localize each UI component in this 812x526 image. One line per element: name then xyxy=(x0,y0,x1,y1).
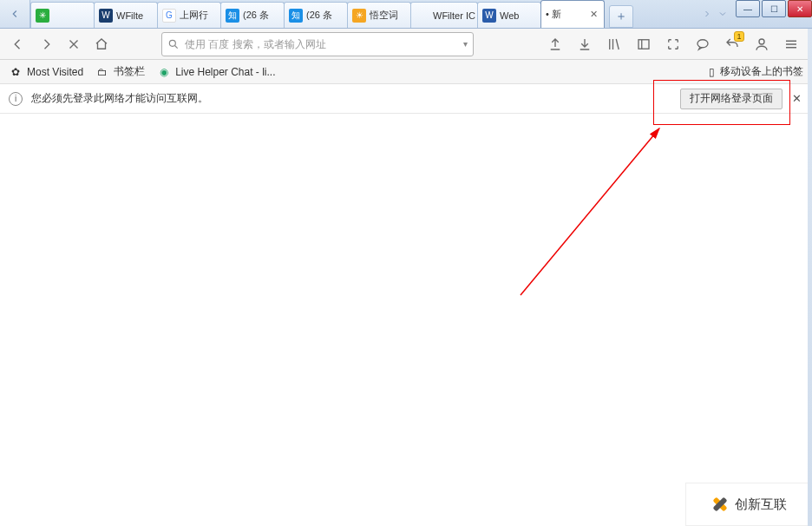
forward-button[interactable] xyxy=(35,33,57,56)
undo-icon[interactable]: 1 xyxy=(722,33,743,56)
maximize-button[interactable]: ☐ xyxy=(762,0,786,17)
watermark-text: 创新互联 xyxy=(735,496,787,513)
tab-strip: ✳ WWFilte G上网行 知(26 条 知(26 条 ☀悟空词 WFilte… xyxy=(30,0,699,28)
login-notification-bar: i 您必须先登录此网络才能访问互联网。 打开网络登录页面 ✕ xyxy=(0,84,812,114)
new-tab-button[interactable]: ＋ xyxy=(609,5,633,28)
info-icon: i xyxy=(9,92,23,106)
tab-scroll-left[interactable] xyxy=(0,0,30,28)
tab-web[interactable]: WWeb xyxy=(477,2,541,28)
close-window-button[interactable]: ✕ xyxy=(788,0,812,17)
window-border xyxy=(808,29,812,526)
search-icon xyxy=(167,38,180,50)
notification-message: 您必须先登录此网络才能访问互联网。 xyxy=(31,91,208,106)
minimize-button[interactable]: ― xyxy=(736,0,760,17)
svg-rect-1 xyxy=(638,39,649,49)
tab-newtab-active[interactable]: • 新✕ xyxy=(540,0,605,28)
menu-icon[interactable] xyxy=(781,33,802,56)
back-button[interactable] xyxy=(7,33,29,56)
close-tab-icon[interactable]: ✕ xyxy=(587,9,599,21)
tab-wechat[interactable]: ✳ xyxy=(30,2,95,28)
bookmark-most-visited[interactable]: ✿Most Visited xyxy=(9,65,83,79)
open-login-page-button[interactable]: 打开网络登录页面 xyxy=(680,89,783,109)
home-button[interactable] xyxy=(90,33,113,56)
svg-point-2 xyxy=(697,39,708,47)
tab-zhihu2[interactable]: 知(26 条 xyxy=(284,2,348,28)
bookmark-mobile[interactable]: ▯移动设备上的书签 xyxy=(709,64,803,79)
livehelper-icon: ◉ xyxy=(157,65,171,79)
url-input[interactable] xyxy=(185,38,460,50)
bookmark-folder[interactable]: 🗀书签栏 xyxy=(95,64,145,79)
page-content xyxy=(0,114,812,526)
account-icon[interactable] xyxy=(751,33,772,56)
dismiss-notification-button[interactable]: ✕ xyxy=(789,92,803,106)
gear-icon: ✿ xyxy=(9,65,23,79)
mobile-icon: ▯ xyxy=(709,66,715,78)
bookmarks-bar: ✿Most Visited 🗀书签栏 ◉Live Helper Chat - l… xyxy=(0,60,812,84)
tab-overflow xyxy=(699,0,734,28)
tab-shangwang[interactable]: G上网行 xyxy=(157,2,221,28)
watermark-logo-icon xyxy=(710,495,730,514)
notification-badge: 1 xyxy=(734,31,744,42)
tab-wfilter1[interactable]: WWFilte xyxy=(94,2,158,28)
nav-toolbar: ▾ 1 xyxy=(0,29,812,60)
tab-list-dropdown[interactable] xyxy=(715,1,730,27)
tab-wfilter2[interactable]: WFilter IC xyxy=(410,2,478,28)
stop-button[interactable] xyxy=(62,33,85,56)
svg-point-3 xyxy=(759,39,764,44)
library-icon[interactable] xyxy=(604,33,625,56)
bookmark-livehelper[interactable]: ◉Live Helper Chat - li... xyxy=(157,65,275,79)
window-titlebar: ✳ WWFilte G上网行 知(26 条 知(26 条 ☀悟空词 WFilte… xyxy=(0,0,812,29)
url-dropdown-icon[interactable]: ▾ xyxy=(463,39,468,49)
folder-icon: 🗀 xyxy=(95,65,109,79)
sidebar-icon[interactable] xyxy=(633,33,654,56)
chat-icon[interactable] xyxy=(692,33,713,56)
address-bar[interactable]: ▾ xyxy=(161,32,474,56)
tab-scroll-right[interactable] xyxy=(699,1,715,27)
watermark: 创新互联 xyxy=(685,483,812,526)
screenshot-icon[interactable] xyxy=(663,33,684,56)
window-controls: ― ☐ ✕ xyxy=(734,0,812,28)
tab-wukong[interactable]: ☀悟空词 xyxy=(347,2,411,28)
upload-icon[interactable] xyxy=(545,33,566,56)
svg-point-0 xyxy=(169,40,175,46)
download-icon[interactable] xyxy=(574,33,595,56)
tab-zhihu1[interactable]: 知(26 条 xyxy=(220,2,285,28)
